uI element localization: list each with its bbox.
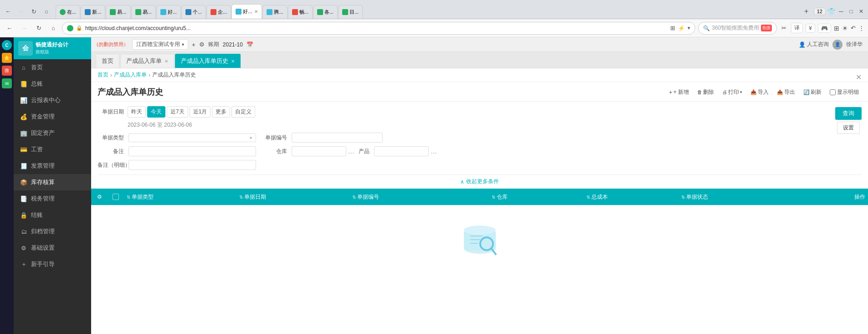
toolbar-translate-icon[interactable]: 译 [791,23,803,33]
search-box[interactable]: 🔍 360智能抠图免费用 热搜 [698,22,777,35]
num-filter-input[interactable] [292,133,383,143]
sidebar-item-funds[interactable]: 💰 资金管理 [14,108,91,125]
tab-close-icon[interactable]: ✕ [254,9,258,14]
browser-tab[interactable]: 易... [106,5,130,19]
tab-home[interactable]: 首页 [96,54,119,68]
app-icon-star[interactable]: ⭐ [2,53,12,63]
back-nav-button[interactable]: ← [4,22,15,34]
browser-tab[interactable]: 各... [313,5,338,19]
show-detail-checkbox-label[interactable]: 显示明细 [827,87,862,98]
sidebar-item-settings[interactable]: ⚙ 基础设置 [14,240,91,256]
new-tab-button[interactable]: + [801,6,812,17]
filter-settings-button[interactable]: 设置 [837,122,860,134]
forward-button[interactable]: → [15,6,26,17]
date-btn-1month[interactable]: 近1月 [190,106,211,118]
warehouse-dots[interactable]: ... [348,147,354,155]
browser-tab[interactable]: 腾... [262,5,287,19]
browser-tab[interactable]: 个... [181,5,206,19]
th-status[interactable]: ⇅ 单据状态 [678,190,791,205]
add-button[interactable]: + + 新增 [666,87,692,98]
company-selector[interactable]: 江西赣宝测试专用 ▾ [132,39,188,50]
export-button[interactable]: 📤 导出 [774,87,798,98]
sidebar-item-tax[interactable]: 📑 税务管理 [14,190,91,207]
product-filter-input[interactable] [374,146,429,156]
collapse-button[interactable]: ∧ 收起更多条件 [98,175,862,188]
back-button[interactable]: ← [3,6,14,17]
tab-stock-in-history[interactable]: 产成品入库单历史 ✕ [175,54,241,68]
sidebar-item-home[interactable]: ⌂ 首页 [14,59,91,76]
show-detail-checkbox[interactable] [830,89,836,95]
th-cost[interactable]: ⇅ 总成本 [584,190,678,205]
toolbar-grid-icon[interactable]: ⊞ [834,25,839,32]
date-btn-7days[interactable]: 近7天 [167,106,188,118]
refresh-button[interactable]: ↻ [28,6,39,17]
sidebar-item-guide[interactable]: ＋ 新手引导 [14,256,91,272]
th-num[interactable]: ⇅ 单据编号 [349,190,489,205]
sidebar-item-inventory[interactable]: 📦 库存核算 [14,174,91,190]
tab-close-icon[interactable]: ✕ [164,59,168,64]
settings-gear-icon[interactable]: ⚙ [199,41,205,48]
th-checkbox[interactable] [108,190,124,204]
toolbar-more-icon[interactable]: ⋮ [858,25,864,31]
type-filter-select[interactable]: ▾ [128,134,256,142]
forward-nav-button[interactable]: → [18,22,30,34]
browser-tab[interactable]: 易... [131,5,156,19]
app-icon-weibo[interactable]: 微 [2,66,12,76]
toolbar-sun-icon[interactable]: ☀ [842,25,848,32]
breadcrumb-item[interactable]: 产成品入库单 [114,71,147,79]
sidebar-item-report[interactable]: 📊 云报表中心 [14,92,91,108]
browser-tab[interactable]: 新... [81,5,105,19]
dropdown-icon[interactable]: ▾ [688,25,690,31]
user-service-button[interactable]: 👤 人工咨询 [799,41,829,48]
product-dots[interactable]: ... [431,147,437,155]
warehouse-filter-input[interactable] [292,146,346,156]
import-button[interactable]: 📥 导入 [748,87,771,98]
panel-close-button[interactable]: ✕ [856,73,862,82]
toolbar-game-icon[interactable]: 🎮 [818,24,831,33]
sidebar-item-ledger[interactable]: 📒 总账 [14,76,91,92]
refresh-nav-button[interactable]: ↻ [33,22,45,34]
sidebar-item-closing[interactable]: 🔒 结账 [14,207,91,223]
browser-tab[interactable]: 畅... [288,5,313,19]
browser-tab[interactable]: 好... [156,5,181,19]
th-type[interactable]: ⇅ 单据类型 [124,190,236,205]
app-icon-email[interactable]: ✉ [2,78,12,88]
browser-tab-active[interactable]: 好... ✕ [231,4,262,19]
th-date[interactable]: ⇅ 单据日期 [236,190,349,205]
toolbar-history-icon[interactable]: ↶ [851,25,856,31]
close-window-button[interactable]: ✕ [857,7,865,15]
tab-stock-in[interactable]: 产成品入库单 ✕ [120,54,174,68]
home-button[interactable]: ⌂ [41,6,52,17]
sidebar-item-archive[interactable]: 🗂 归档管理 [14,223,91,240]
refresh-data-button[interactable]: 🔄 刷新 [801,87,824,98]
browser-tab[interactable]: 目... [338,5,363,19]
date-btn-today[interactable]: 今天 [147,106,165,118]
sidebar-item-invoice[interactable]: 🧾 发票管理 [14,158,91,174]
shirt-icon[interactable]: 👕 [827,8,835,15]
lightning-icon[interactable]: ⚡ [678,25,685,31]
browser-tab[interactable]: 企... [206,5,231,19]
calendar-icon[interactable]: 📅 [247,41,253,48]
delete-button[interactable]: 🗑 删除 [694,87,717,98]
sidebar-item-payroll[interactable]: 💳 工资 [14,141,91,158]
grid-icon[interactable]: ⊞ [670,25,675,31]
breadcrumb-item[interactable]: 首页 [98,71,108,79]
date-btn-yesterday[interactable]: 昨天 [128,106,146,118]
print-button[interactable]: 🖨 打印 ▾ [719,87,745,98]
add-company-button[interactable]: + [192,41,195,48]
url-bar[interactable]: 🔒 https://cloud.chanjet.com/accounting/u… [62,22,695,35]
date-btn-more[interactable]: 更多 [212,106,230,118]
user-avatar[interactable]: 👤 [832,40,842,50]
maximize-button[interactable]: □ [847,7,855,15]
tab-close-icon[interactable]: ✕ [231,59,235,64]
date-btn-custom[interactable]: 自定义 [231,106,255,118]
note-filter-input[interactable] [128,146,256,156]
toolbar-yuan-icon[interactable]: ¥ [806,24,815,33]
th-warehouse[interactable]: ⇅ 仓库 [489,190,584,205]
query-button[interactable]: 查询 [835,107,862,120]
th-gear[interactable]: ⚙ [91,190,108,204]
sidebar-item-assets[interactable]: 🏢 固定资产 [14,125,91,141]
detail-note-input[interactable] [128,160,256,170]
browser-tab[interactable]: 在... [56,5,80,19]
toolbar-scissors-icon[interactable]: ✂ [780,23,788,33]
